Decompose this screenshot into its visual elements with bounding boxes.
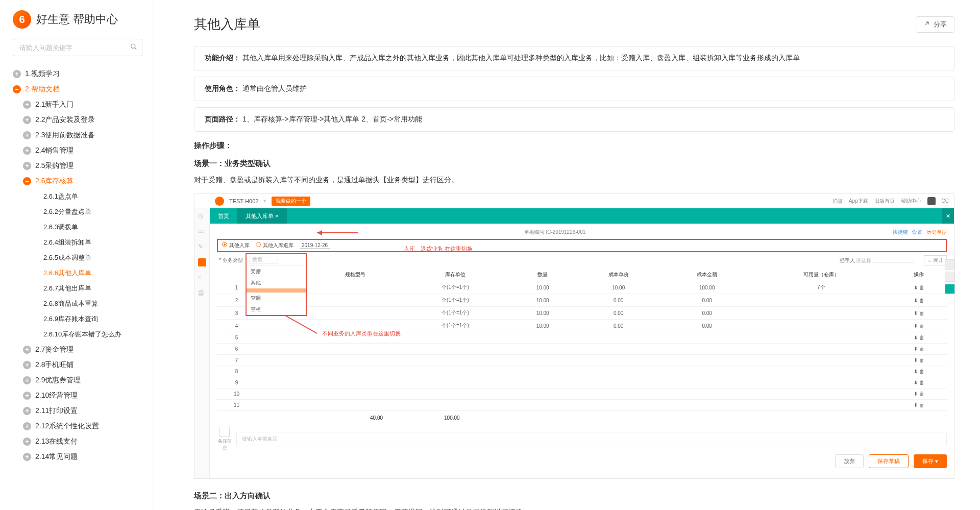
- nav-item[interactable]: +2.13在线支付: [13, 434, 142, 449]
- table-row[interactable]: 1个(1个=1个)10.0010.00100.007个⬇ 🗑: [217, 281, 947, 294]
- embed-discard-button[interactable]: 放弃: [835, 454, 864, 468]
- embed-draft-button[interactable]: 保存草稿: [869, 454, 909, 468]
- embed-remark-input[interactable]: 请输入单据备注: [236, 432, 947, 446]
- embed-tab-home[interactable]: 首页: [210, 208, 237, 224]
- nav-item[interactable]: +2.8手机旺铺: [13, 357, 142, 373]
- nav-item-label: 2.6.7其他出库单: [43, 284, 91, 293]
- plus-icon: +: [23, 131, 31, 139]
- embed-expand-btn[interactable]: ⌄ 展开: [924, 255, 947, 265]
- embed-toggle-icon[interactable]: ✕: [942, 208, 954, 224]
- radio-in-icon[interactable]: [222, 242, 227, 247]
- nav-item[interactable]: −2.帮助文档: [13, 82, 142, 97]
- share-button[interactable]: 分享: [916, 16, 954, 33]
- embed-docno-label: 单据编号: [524, 229, 545, 235]
- table-row[interactable]: 10 ⬇ 🗑: [217, 388, 947, 400]
- table-row[interactable]: 8 ⬇ 🗑: [217, 366, 947, 377]
- dd-item-1[interactable]: 其他: [247, 277, 306, 288]
- embed-tab-doc[interactable]: 其他入库单 ×: [237, 208, 287, 224]
- main-content: 其他入库单 分享 功能介绍：其他入库单用来处理除采购入库、产成品入库之外的其他入…: [153, 0, 980, 510]
- nav-item-label: 2.7资金管理: [35, 345, 74, 354]
- nav-item[interactable]: +2.6.6其他入库单: [13, 265, 142, 281]
- nav-item-label: 1.视频学习: [25, 69, 60, 79]
- embed-top-orange-btn[interactable]: 我要做的一个: [272, 197, 310, 206]
- embed-link-msg[interactable]: 消息: [832, 198, 843, 205]
- dd-item-4[interactable]: 空柜: [247, 304, 306, 315]
- radio-return-icon[interactable]: [256, 242, 261, 247]
- scene2-p1: 无论是受赠，还是其他类型的业务，由于入库商品质量等原因，需要退回，这时可通过单据…: [194, 506, 954, 510]
- nav-item[interactable]: +2.6.8商品成本重算: [13, 296, 142, 311]
- table-row[interactable]: 7 ⬇ 🗑: [217, 355, 947, 366]
- dd-item-2[interactable]: [247, 288, 306, 293]
- embed-user: CC: [942, 198, 949, 204]
- embed-setting[interactable]: 设置: [912, 229, 922, 236]
- radio-in-label: 其他入库: [229, 242, 250, 248]
- intro-label: 功能介绍：: [205, 54, 240, 62]
- embed-link-old[interactable]: 旧版首页: [874, 198, 895, 205]
- nav-item[interactable]: +2.5采购管理: [13, 158, 142, 174]
- embed-person-val[interactable]: 请选择: [856, 258, 871, 263]
- close-icon[interactable]: ×: [275, 213, 278, 219]
- nav-item[interactable]: −2.6库存核算: [13, 174, 142, 189]
- plus-icon: +: [23, 162, 31, 170]
- radio-return-label: 其他入库退库: [263, 242, 293, 248]
- logo-icon: 6: [13, 10, 31, 29]
- nav-item[interactable]: +2.4销售管理: [13, 143, 142, 158]
- nav-item[interactable]: +2.6.9库存账本查询: [13, 311, 142, 327]
- embed-total-qty: 40.00: [370, 415, 383, 421]
- nav-item[interactable]: +2.11打印设置: [13, 403, 142, 419]
- nav-item-label: 2.10经营管理: [35, 391, 78, 400]
- embed-topbar: TEST-H002 ▾ 我要做的一个 消息 App下载 旧版首页 帮助中心 CC: [210, 194, 954, 208]
- nav-item[interactable]: +2.7资金管理: [13, 342, 142, 357]
- minus-icon: −: [23, 177, 31, 185]
- table-row[interactable]: 2个(1个=1个)10.000.000.00⬇ 🗑: [217, 294, 947, 307]
- nav-item[interactable]: +2.3使用前数据准备: [13, 128, 142, 143]
- nav-item[interactable]: +1.视频学习: [13, 66, 142, 82]
- embedded-screenshot: ◷▭✎⌂▤ TEST-H002 ▾ 我要做的一个 消息 App下载 旧版首页 帮…: [194, 193, 954, 479]
- embed-save-button[interactable]: 保存 ▾: [914, 454, 947, 468]
- embed-link-app[interactable]: App下载: [849, 198, 868, 205]
- embed-shortcut[interactable]: 快捷键: [893, 229, 908, 236]
- nav-item[interactable]: +2.1新手入门: [13, 97, 142, 112]
- plus-icon: +: [23, 453, 31, 461]
- nav-item[interactable]: +2.6.4组装拆卸单: [13, 235, 142, 250]
- plus-icon: +: [23, 361, 31, 369]
- nav-item[interactable]: +2.2产品安装及登录: [13, 112, 142, 128]
- embed-body: 单据编号 IC-20191226-001 快捷键 设置 历史单据 其他入库 其他…: [210, 224, 954, 478]
- embed-note1: 入库、退货业务 在这里切换: [404, 245, 473, 253]
- nav-item[interactable]: +2.9优惠券管理: [13, 373, 142, 388]
- role-text: 通常由仓管人员维护: [242, 84, 307, 92]
- share-label: 分享: [934, 20, 947, 29]
- nav-item-label: 2.6.8商品成本重算: [43, 299, 98, 308]
- plus-icon: +: [13, 70, 21, 78]
- nav-item[interactable]: +2.14常见问题: [13, 449, 142, 465]
- embed-biztype-dropdown[interactable]: 搜索 受赠 其他 空调 空柜: [246, 253, 307, 316]
- table-row[interactable]: 6 ⬇ 🗑: [217, 344, 947, 355]
- table-row[interactable]: 3个(1个=1个)10.000.000.00⬇ 🗑: [217, 307, 947, 320]
- nav-item[interactable]: +2.6.5成本调整单: [13, 250, 142, 265]
- search-input[interactable]: [13, 39, 142, 56]
- nav-item[interactable]: +2.12系统个性化设置: [13, 419, 142, 434]
- page-title: 其他入库单: [194, 15, 260, 33]
- table-row[interactable]: 11 ⬇ 🗑: [217, 400, 947, 411]
- embed-org-name: TEST-H002: [229, 198, 258, 204]
- path-text: 1、库存核算->库存管理->其他入库单 2、首页->常用功能: [242, 115, 422, 123]
- nav-item-label: 2.13在线支付: [35, 437, 78, 446]
- nav-item[interactable]: +2.6.3调拨单: [13, 220, 142, 235]
- nav-item[interactable]: +2.6.2分量盘点单: [13, 204, 142, 220]
- nav-item[interactable]: +2.6.1盘点单: [13, 189, 142, 204]
- dd-item-0[interactable]: 受赠: [247, 266, 306, 277]
- sidebar: 6 好生意 帮助中心 +1.视频学习−2.帮助文档+2.1新手入门+2.2产品安…: [0, 0, 153, 510]
- dd-item-3[interactable]: 空调: [247, 293, 306, 304]
- nav-item[interactable]: +2.10经营管理: [13, 388, 142, 403]
- nav-item-label: 2.6.5成本调整单: [43, 253, 91, 262]
- plus-icon: +: [23, 438, 31, 446]
- intro-text: 其他入库单用来处理除采购入库、产成品入库之外的其他入库业务，因此其他入库单可处理…: [242, 54, 800, 62]
- table-row[interactable]: 9 ⬇ 🗑: [217, 377, 947, 388]
- nav-item[interactable]: +2.6.10库存账本错了怎么办: [13, 327, 142, 342]
- embed-date[interactable]: 2019-12-26: [300, 242, 330, 249]
- plus-icon: +: [23, 101, 31, 109]
- nav-item[interactable]: +2.6.7其他出库单: [13, 281, 142, 296]
- plus-icon: +: [23, 422, 31, 430]
- embed-link-help[interactable]: 帮助中心: [901, 198, 921, 205]
- embed-history[interactable]: 历史单据: [926, 229, 947, 236]
